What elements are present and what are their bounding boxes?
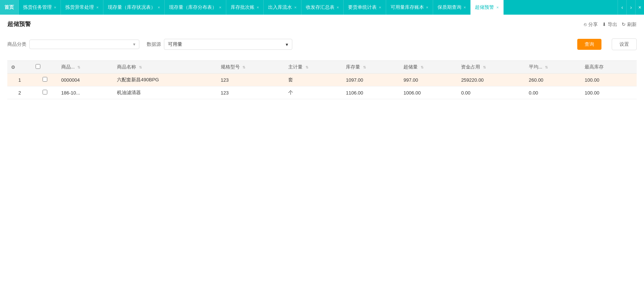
close-shelf-life[interactable]: ×: [464, 5, 466, 10]
datasource-value: 可用量: [168, 41, 182, 48]
th-product-code[interactable]: 商品... ⇅: [58, 61, 114, 74]
nav-arrows: ‹ › ×: [618, 0, 644, 15]
nav-item-home[interactable]: 首页: [0, 0, 19, 15]
row-capital: 259220.00: [457, 74, 525, 86]
datasource-select[interactable]: 可用量 ▾: [164, 39, 292, 50]
nav-close-arrow[interactable]: ×: [635, 0, 644, 15]
row-checkbox[interactable]: [43, 77, 47, 82]
th-unit[interactable]: 主计量 ⇅: [285, 61, 342, 74]
export-icon: ⬇: [602, 22, 606, 27]
row-product-code: 186-10...: [58, 86, 114, 99]
nav-item-inventory-dist[interactable]: 现存量（库存分布表） ×: [165, 0, 226, 15]
category-label: 商品分类: [7, 41, 26, 48]
th-spec-label: 规格型号: [221, 64, 240, 70]
close-batch-account[interactable]: ×: [257, 5, 259, 10]
sort-unit-icon: ⇅: [305, 65, 308, 69]
sort-avg-icon: ⇅: [545, 65, 548, 69]
close-pick-exception[interactable]: ×: [96, 5, 98, 10]
nav-label-overstock-warning: 超储预警: [475, 4, 494, 11]
close-overstock-warning[interactable]: ×: [496, 5, 498, 10]
category-select[interactable]: ▾: [29, 40, 139, 49]
nav-item-pick-exception[interactable]: 拣货异常处理 ×: [61, 0, 103, 15]
th-product-code-label: 商品...: [61, 64, 75, 70]
nav-bar: 首页 拣货任务管理 × 拣货异常处理 × 现存量（库存状况表） × 现存量（库存…: [0, 0, 644, 15]
close-recv-send-summary[interactable]: ×: [337, 5, 339, 10]
th-stock[interactable]: 库存量 ⇅: [342, 61, 400, 74]
nav-item-inout-flow[interactable]: 出入库流水 ×: [264, 0, 301, 15]
close-inout-flow[interactable]: ×: [294, 5, 296, 10]
row-number: 1: [7, 74, 32, 86]
nav-item-order-stats[interactable]: 要货单统计表 ×: [344, 0, 386, 15]
row-avg: 260.00: [525, 74, 581, 86]
settings-button[interactable]: 设置: [612, 38, 637, 50]
close-inventory-dist[interactable]: ×: [219, 5, 221, 10]
nav-item-home-label: 首页: [4, 4, 14, 11]
row-overstock: 1006.00: [400, 86, 457, 99]
row-product-name: 机油滤清器: [113, 86, 217, 99]
row-unit: 个: [285, 86, 342, 99]
nav-item-pick-task[interactable]: 拣货任务管理 ×: [19, 0, 61, 15]
th-max-stock: 最高库存: [581, 61, 637, 74]
th-capital[interactable]: 资金占用 ⇅: [457, 61, 525, 74]
nav-label-inout-flow: 出入库流水: [268, 4, 292, 11]
sort-capital-icon: ⇅: [483, 65, 486, 69]
close-available-ledger[interactable]: ×: [426, 5, 428, 10]
gear-icon: ⚙: [11, 64, 15, 70]
page-content: 超储预警 ⎋ 分享 ⬇ 导出 ↻ 刷新 商品分类 ▾ 数据源: [0, 15, 644, 293]
nav-label-recv-send-summary: 收发存汇总表: [306, 4, 334, 11]
th-avg-label: 平均...: [529, 64, 542, 70]
sort-spec-icon: ⇅: [242, 65, 245, 69]
nav-prev-arrow[interactable]: ‹: [618, 0, 626, 15]
row-max-stock: 100.00: [581, 74, 637, 86]
th-spec[interactable]: 规格型号 ⇅: [217, 61, 285, 74]
row-max-stock: 100.00: [581, 86, 637, 99]
nav-label-batch-account: 库存批次账: [231, 4, 255, 11]
nav-item-batch-account[interactable]: 库存批次账 ×: [226, 0, 264, 15]
row-spec: 123: [217, 74, 285, 86]
select-all-checkbox[interactable]: [36, 64, 40, 69]
share-button[interactable]: ⎋ 分享: [584, 21, 598, 28]
th-product-name[interactable]: 商品名称 ⇅: [113, 61, 217, 74]
sort-product-name-icon: ⇅: [139, 65, 142, 69]
th-gear[interactable]: ⚙: [7, 61, 32, 74]
nav-item-inventory-status[interactable]: 现存量（库存状况表） ×: [103, 0, 165, 15]
row-checkbox[interactable]: [43, 90, 47, 94]
row-unit: 套: [285, 74, 342, 86]
datasource-chevron-icon: ▾: [286, 42, 288, 47]
nav-item-available-ledger[interactable]: 可用量库存账本 ×: [386, 0, 433, 15]
nav-label-inventory-status: 现存量（库存状况表）: [108, 4, 155, 11]
share-label: 分享: [588, 21, 598, 28]
table-header-row: ⚙ 商品... ⇅ 商品名称 ⇅ 规格型号 ⇅ 主计量: [7, 61, 637, 74]
table-row: 1 0000004 六配套新昌490BPG 123 套 1097.00 997.…: [7, 74, 637, 86]
filter-area: 商品分类 ▾ 数据源 可用量 ▾ 查询 设置: [7, 34, 637, 55]
th-checkbox[interactable]: [32, 61, 57, 74]
th-unit-label: 主计量: [288, 64, 303, 70]
query-button[interactable]: 查询: [577, 39, 601, 50]
row-checkbox-cell[interactable]: [32, 86, 57, 99]
row-checkbox-cell[interactable]: [32, 74, 57, 86]
data-table: ⚙ 商品... ⇅ 商品名称 ⇅ 规格型号 ⇅ 主计量: [7, 60, 637, 99]
nav-next-arrow[interactable]: ›: [626, 0, 635, 15]
th-avg[interactable]: 平均... ⇅: [525, 61, 581, 74]
filter-datasource: 数据源 可用量 ▾: [147, 39, 292, 50]
sort-overstock-icon: ⇅: [421, 65, 424, 69]
row-capital: 0.00: [457, 86, 525, 99]
th-overstock[interactable]: 超储量 ⇅: [400, 61, 457, 74]
header-actions: ⎋ 分享 ⬇ 导出 ↻ 刷新: [584, 21, 637, 28]
th-product-name-label: 商品名称: [117, 64, 136, 70]
nav-item-recv-send-summary[interactable]: 收发存汇总表 ×: [301, 0, 344, 15]
table-body: 1 0000004 六配套新昌490BPG 123 套 1097.00 997.…: [7, 74, 637, 99]
export-button[interactable]: ⬇ 导出: [602, 21, 617, 28]
table-row: 2 186-10... 机油滤清器 123 个 1106.00 1006.00 …: [7, 86, 637, 99]
nav-item-overstock-warning[interactable]: 超储预警 ×: [471, 0, 503, 15]
close-inventory-status[interactable]: ×: [158, 5, 160, 10]
close-order-stats[interactable]: ×: [379, 5, 381, 10]
nav-label-available-ledger: 可用量库存账本: [391, 4, 424, 11]
nav-item-shelf-life[interactable]: 保质期查询 ×: [433, 0, 471, 15]
th-stock-label: 库存量: [346, 64, 360, 70]
datasource-label: 数据源: [147, 41, 161, 48]
refresh-button[interactable]: ↻ 刷新: [622, 21, 637, 28]
chevron-down-icon: ▾: [133, 42, 135, 47]
close-pick-task[interactable]: ×: [54, 5, 56, 10]
row-overstock: 997.00: [400, 74, 457, 86]
